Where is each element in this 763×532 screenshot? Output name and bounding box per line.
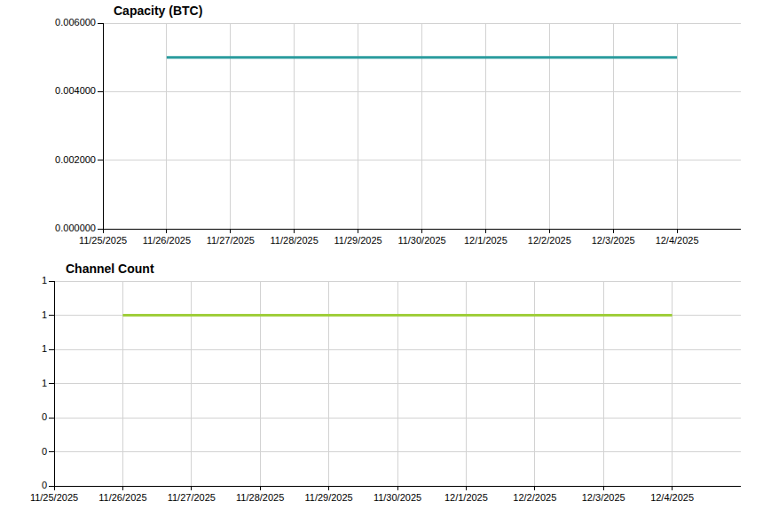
- channel-count-y-tick-label: 0: [0, 411, 47, 423]
- channel-count-y-tick-label: 1: [0, 309, 47, 321]
- capacity-btc-y-tick-label: 0.002000: [32, 154, 96, 166]
- capacity-btc-x-tick-label: 11/25/2025: [71, 235, 135, 246]
- channel-count-y-tick-label: 0: [0, 446, 47, 458]
- capacity-chart-title: Capacity (BTC): [114, 4, 202, 18]
- channel-count-x-tick-label: 11/25/2025: [22, 492, 86, 504]
- channel-count-x-tick-label: 11/26/2025: [90, 492, 154, 504]
- capacity-btc-x-tick-label: 12/2/2025: [517, 235, 581, 246]
- capacity-btc-x-tick-label: 12/4/2025: [645, 235, 709, 246]
- capacity-btc-x-tick-label: 12/1/2025: [453, 235, 517, 246]
- capacity-btc-x-tick-label: 11/28/2025: [263, 235, 326, 246]
- channel-count-y-tick-label: 0: [0, 480, 47, 491]
- charts-page: Capacity (BTC) Channel Count 0.0060000.0…: [0, 0, 763, 532]
- channel-count-y-tick-label: 1: [0, 378, 47, 389]
- capacity-btc-x-tick-label: 12/3/2025: [581, 235, 645, 246]
- capacity-btc-plot-area: [98, 23, 741, 233]
- capacity-btc-y-tick-label: 0.000000: [32, 223, 96, 234]
- capacity-btc-y-tick-label: 0.004000: [32, 85, 96, 97]
- channel-count-chart-title: Channel Count: [66, 262, 154, 276]
- capacity-btc-x-tick-label: 11/30/2025: [390, 235, 454, 246]
- channel-count-x-tick-label: 12/3/2025: [571, 492, 635, 504]
- capacity-btc-x-tick-label: 11/26/2025: [135, 235, 199, 246]
- channel-count-x-tick-label: 12/1/2025: [434, 492, 498, 504]
- channel-count-x-tick-label: 11/30/2025: [366, 492, 429, 504]
- channel-count-x-tick-label: 11/28/2025: [228, 492, 292, 504]
- channel-count-plot-area: [49, 281, 741, 490]
- capacity-btc-y-tick-label: 0.006000: [32, 17, 96, 28]
- capacity-btc-x-tick-label: 11/27/2025: [199, 235, 263, 246]
- channel-count-x-tick-label: 12/4/2025: [641, 492, 704, 504]
- channel-count-x-tick-label: 11/27/2025: [160, 492, 224, 504]
- capacity-btc-x-tick-label: 11/29/2025: [326, 235, 390, 246]
- channel-count-y-tick-label: 1: [0, 275, 47, 286]
- channel-count-y-tick-label: 1: [0, 343, 47, 355]
- channel-count-x-tick-label: 11/29/2025: [297, 492, 361, 504]
- channel-count-x-tick-label: 12/2/2025: [503, 492, 567, 504]
